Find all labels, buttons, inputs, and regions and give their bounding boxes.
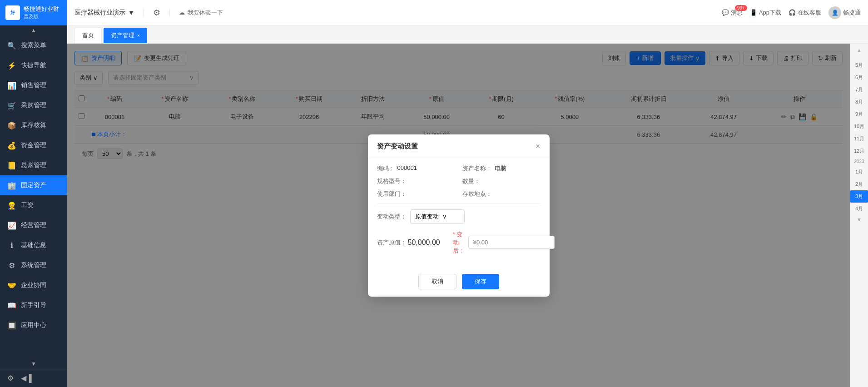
right-panel-scroll-down[interactable]: ▼ [855, 215, 864, 225]
modal-divider [377, 203, 541, 204]
sidebar-logo: 好 畅捷通好业财 普及版 [0, 0, 67, 25]
company-selector[interactable]: 医疗器械行业演示 ▼ [74, 9, 134, 17]
sidebar-item-management[interactable]: 📈 经营管理 [0, 215, 67, 235]
month-10[interactable]: 10月 [850, 120, 868, 133]
month-2023-3[interactable]: 3月 [850, 190, 868, 203]
month-5[interactable]: 5月 [850, 59, 868, 71]
sidebar-item-apps[interactable]: 🔲 应用中心 [0, 315, 67, 335]
modal-footer: 取消 保存 [368, 268, 550, 297]
modal-title: 资产变动设置 [377, 142, 418, 151]
month-2023-2[interactable]: 2月 [850, 178, 868, 190]
fixed-assets-icon: 🏢 [7, 181, 16, 190]
sidebar-bottom: ⚙ ◀▐ [0, 369, 67, 387]
sidebar-item-purchase[interactable]: 🛒 采购管理 [0, 95, 67, 115]
sidebar-item-inventory[interactable]: 📦 库存核算 [0, 115, 67, 135]
sidebar-scroll-down[interactable]: ▼ [0, 359, 67, 369]
search-icon: 🔍 [7, 41, 16, 50]
modal-code-value: 000001 [397, 164, 417, 173]
user-btn[interactable]: 👤 畅捷通 [828, 6, 861, 19]
sidebar-item-quicknav[interactable]: ⚡ 快捷导航 [0, 55, 67, 75]
topbar-right: 💬 消息 99+ 📱 App下载 🎧 在线客服 👤 畅捷通 [722, 6, 861, 19]
sidebar-item-search[interactable]: 🔍 搜索菜单 [0, 35, 67, 55]
modal-dept-label: 使用部门： [377, 190, 407, 198]
modal-spec-item: 规格型号： [377, 177, 455, 185]
month-11[interactable]: 11月 [850, 133, 868, 145]
service-btn[interactable]: 🎧 在线客服 [789, 9, 821, 17]
right-panel-scroll-up[interactable]: ▲ [855, 45, 864, 55]
experience-btn[interactable]: ☁ 我要体验一下 [179, 9, 223, 17]
tab-home[interactable]: 首页 [74, 27, 102, 43]
app-download-label: App下载 [759, 9, 781, 17]
messages-badge: 99+ [735, 5, 747, 11]
sidebar-item-system[interactable]: ⚙ 系统管理 [0, 255, 67, 275]
collapse-icon[interactable]: ◀▐ [21, 374, 31, 382]
modal-info-row-2: 规格型号： 数量： [377, 177, 541, 185]
page-content: 📋 资产明细 📝 变更生成凭证 刘账 + 新增 批量操作 [67, 44, 850, 387]
sidebar-item-label: 应用中心 [21, 321, 46, 329]
month-9[interactable]: 9月 [850, 108, 868, 120]
sidebar-item-finance[interactable]: 💰 资金管理 [0, 135, 67, 155]
tab-asset-management[interactable]: 资产管理 × [104, 28, 147, 43]
sidebar-item-label: 基础信息 [21, 241, 46, 249]
sidebar-item-label: 销售管理 [21, 81, 46, 89]
month-2023-4[interactable]: 4月 [850, 203, 868, 215]
sidebar-item-guide[interactable]: 📖 新手引导 [0, 295, 67, 315]
modal-body: 编码： 000001 资产名称： 电脑 规格型号： [368, 157, 550, 268]
modal-name-value: 电脑 [495, 164, 506, 173]
month-7[interactable]: 7月 [850, 84, 868, 96]
sidebar-item-label: 经营管理 [21, 221, 46, 229]
sales-icon: 📊 [7, 81, 16, 90]
month-6[interactable]: 6月 [850, 71, 868, 84]
settings-bottom-icon[interactable]: ⚙ [7, 374, 14, 382]
sidebar-item-label: 快捷导航 [21, 61, 46, 69]
asset-change-modal: 资产变动设置 × 编码： 000001 资产名称： 电脑 [368, 134, 550, 297]
month-8[interactable]: 8月 [850, 96, 868, 108]
main: 医疗器械行业演示 ▼ ⚙ ☁ 我要体验一下 💬 消息 99+ 📱 App下载 🎧… [67, 0, 868, 387]
logo-icon: 好 [5, 5, 20, 20]
sidebar-item-label: 搜索菜单 [21, 41, 46, 50]
sidebar: 好 畅捷通好业财 普及版 ▲ 🔍 搜索菜单 ⚡ 快捷导航 📊 销售管理 🛒 采购… [0, 0, 67, 387]
original-value-display: 50,000.00 [408, 238, 440, 247]
sidebar-item-ledger[interactable]: 📒 总账管理 [0, 155, 67, 175]
app-download-btn[interactable]: 📱 App下载 [750, 9, 781, 17]
month-12[interactable]: 12月 [850, 145, 868, 157]
save-btn[interactable]: 保存 [462, 274, 499, 289]
topbar-settings-icon[interactable]: ⚙ [153, 8, 160, 18]
change-type-select[interactable]: 原值变动 ∨ [410, 209, 465, 224]
sidebar-item-fixed-assets[interactable]: 🏢 固定资产 [0, 175, 67, 195]
sidebar-item-payroll[interactable]: 👷 工资 [0, 195, 67, 215]
purchase-icon: 🛒 [7, 101, 16, 110]
sidebar-item-collab[interactable]: 🤝 企业协同 [0, 275, 67, 295]
inventory-icon: 📦 [7, 121, 16, 130]
system-icon: ⚙ [7, 261, 16, 270]
messages-btn[interactable]: 💬 消息 99+ [722, 9, 743, 17]
ledger-icon: 📒 [7, 161, 16, 170]
modal-close-btn[interactable]: × [536, 142, 541, 151]
cancel-btn[interactable]: 取消 [418, 274, 456, 289]
sidebar-item-basicinfo[interactable]: ℹ 基础信息 [0, 235, 67, 255]
cloud-icon: ☁ [179, 9, 185, 16]
sidebar-item-sales[interactable]: 📊 销售管理 [0, 75, 67, 95]
service-label: 在线客服 [798, 9, 821, 17]
modal-header: 资产变动设置 × [368, 134, 550, 157]
sidebar-item-label: 采购管理 [21, 101, 46, 109]
payroll-icon: 👷 [7, 201, 16, 210]
sidebar-item-label: 系统管理 [21, 261, 46, 269]
change-type-chevron-icon: ∨ [442, 213, 447, 220]
sidebar-item-label: 资金管理 [21, 141, 46, 149]
sidebar-item-label: 库存核算 [21, 121, 46, 129]
modal-quantity-label: 数量： [462, 177, 480, 185]
tabbar: 首页 资产管理 × [67, 25, 868, 44]
sidebar-scroll-up[interactable]: ▲ [0, 25, 67, 35]
month-2023-1[interactable]: 1月 [850, 166, 868, 178]
modal-dept-item: 使用部门： [377, 190, 455, 198]
message-icon: 💬 [722, 9, 729, 16]
basicinfo-icon: ℹ [7, 241, 16, 250]
tab-home-label: 首页 [82, 31, 94, 40]
experience-text: 我要体验一下 [188, 9, 223, 17]
after-change-label: * 变动后： [453, 230, 465, 255]
tab-close-icon[interactable]: × [137, 33, 140, 38]
download-icon: 📱 [750, 9, 757, 16]
after-change-input[interactable] [468, 236, 555, 249]
modal-info-row-1: 编码： 000001 资产名称： 电脑 [377, 164, 541, 173]
